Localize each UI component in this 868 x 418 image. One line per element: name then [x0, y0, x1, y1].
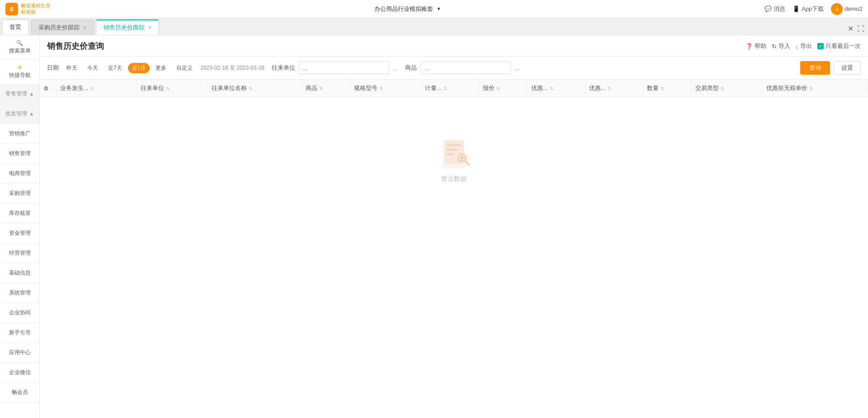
- topbar: 6 畅捷通好生意 标准版 办公用品行业模拟账套 ▼ 💬 消息 📱 App下载 d…: [0, 0, 868, 18]
- sidebar-item-quick-nav[interactable]: ⚡ 快捷导航: [0, 60, 39, 84]
- table-header-biz-date[interactable]: 业务发生... ⇅: [56, 80, 137, 97]
- svg-rect-3: [447, 149, 458, 151]
- user-menu[interactable]: d demo2: [831, 3, 863, 15]
- date-btn-7days[interactable]: 近7天: [104, 63, 126, 73]
- date-filter-group: 日期 昨天 今天 近7天 近1月 更多 自定义 2023-02-18 至 202…: [47, 63, 264, 73]
- table-header-trade-type[interactable]: 交易类型 ⇅: [691, 80, 762, 97]
- sidebar-item-basics[interactable]: 基础信息: [0, 263, 39, 283]
- svg-rect-2: [447, 144, 461, 146]
- table-header-pretax-price[interactable]: 优惠前无税单价 ⇅: [762, 80, 868, 97]
- date-filter-label: 日期: [47, 64, 59, 72]
- close-tab1-button[interactable]: ×: [83, 24, 86, 31]
- page-title: 销售历史价查询: [47, 41, 104, 52]
- sidebar-item-ecommerce[interactable]: 电商管理: [0, 164, 39, 184]
- sidebar-item-search[interactable]: 🔍 搜索菜单: [0, 35, 39, 60]
- help-button[interactable]: ❓ 帮助: [745, 42, 766, 50]
- page-title-row: 销售历史价查询 ❓ 帮助 ↻ 导入 ↓ 导出 ✓: [47, 41, 861, 52]
- sidebar-item-enterprise-collab[interactable]: 企业协同: [0, 303, 39, 323]
- sort-icon-11: ⇅: [721, 86, 724, 91]
- sidebar-item-inventory[interactable]: 库存核算: [0, 204, 39, 223]
- empty-state: 暂元数据: [40, 97, 868, 219]
- page-header: 销售历史价查询 ❓ 帮助 ↻ 导入 ↓ 导出 ✓: [40, 35, 868, 57]
- tabbar: 首页 采购历史价跟踪 × 销售历史价跟踪 × ✕ ⛶: [0, 18, 868, 35]
- logo-area: 6 畅捷通好生意 标准版: [5, 3, 51, 15]
- goods-filter-label: 商品: [405, 64, 417, 72]
- nav-icon: ⚡: [16, 64, 23, 71]
- date-btn-1month[interactable]: 近1月: [128, 63, 150, 73]
- sort-icon-7: ⇅: [496, 86, 500, 91]
- goods-input[interactable]: [420, 62, 511, 74]
- help-icon: ❓: [745, 43, 753, 50]
- table-header-spec[interactable]: 规格型号 ⇅: [350, 80, 421, 97]
- tab-sales-history[interactable]: 销售历史价跟踪 ×: [96, 19, 159, 35]
- date-buttons: 昨天 今天 近7天 近1月 更多 自定义: [62, 63, 197, 73]
- app-download-button[interactable]: 📱 App下载: [793, 5, 824, 13]
- date-btn-yesterday[interactable]: 昨天: [62, 63, 81, 73]
- message-icon: 💬: [764, 5, 772, 12]
- export-button[interactable]: ↓ 导出: [796, 42, 812, 50]
- main-layout: 🔍 搜索菜单 ⚡ 快捷导航 零售管理 ▲ 批发管理 ▲ 营销推广 销售管理 电商…: [0, 35, 868, 418]
- export-icon: ↓: [796, 43, 799, 50]
- query-button[interactable]: 查询: [800, 61, 830, 75]
- date-btn-custom[interactable]: 自定义: [172, 63, 197, 73]
- empty-state-icon: [436, 133, 472, 170]
- table-header-settings[interactable]: ⚙: [40, 80, 56, 97]
- chevron-up-icon-2: ▲: [29, 111, 34, 116]
- sidebar-item-beginner[interactable]: 新手引导: [0, 323, 39, 343]
- sidebar-item-purchase[interactable]: 采购管理: [0, 184, 39, 204]
- import-button[interactable]: ↻ 导入: [772, 42, 790, 50]
- date-btn-today[interactable]: 今天: [83, 63, 102, 73]
- sidebar-item-system[interactable]: 系统管理: [0, 283, 39, 303]
- app-selector[interactable]: 办公用品行业模拟账套 ▼: [374, 5, 441, 13]
- empty-state-text: 暂元数据: [441, 175, 467, 183]
- sidebar-item-marketing[interactable]: 营销推广: [0, 124, 39, 144]
- topbar-right: 💬 消息 📱 App下载 d demo2: [764, 3, 863, 15]
- table-header-discount1[interactable]: 优惠... ⇅: [527, 80, 585, 97]
- svg-point-0: [441, 163, 467, 169]
- sidebar-item-sales[interactable]: 销售管理: [0, 144, 39, 164]
- table-header-qty[interactable]: 数量 ⇅: [643, 80, 691, 97]
- sort-icon-4: ⇅: [319, 86, 323, 91]
- table-header-goods[interactable]: 商品 ⇅: [302, 80, 350, 97]
- sidebar-item-enterprise-wechat[interactable]: 企业微信: [0, 363, 39, 383]
- date-btn-more[interactable]: 更多: [151, 63, 170, 73]
- table-container: ⚙ 业务发生... ⇅ 往来单位 ⇅: [40, 80, 868, 418]
- sidebar-section-wholesale[interactable]: 批发管理 ▲: [0, 104, 39, 124]
- content-area: 销售历史价查询 ❓ 帮助 ↻ 导入 ↓ 导出 ✓: [40, 35, 868, 418]
- goods-filter-group: 商品 ...: [405, 62, 520, 74]
- sidebar-item-vip[interactable]: 畅会员: [0, 383, 39, 403]
- data-table: ⚙ 业务发生... ⇅ 往来单位 ⇅: [40, 80, 868, 97]
- table-header-quote[interactable]: 报价 ⇅: [479, 80, 528, 97]
- table-header-partner-code[interactable]: 往来单位 ⇅: [137, 80, 208, 97]
- partner-filter-group: 往来单位 ...: [272, 62, 398, 74]
- sidebar: 🔍 搜索菜单 ⚡ 快捷导航 零售管理 ▲ 批发管理 ▲ 营销推广 销售管理 电商…: [0, 35, 40, 418]
- table-header-partner-name[interactable]: 往来单位名称 ⇅: [208, 80, 302, 97]
- svg-rect-4: [447, 153, 454, 155]
- sort-icon: ⇅: [90, 86, 94, 91]
- close-all-tabs-button[interactable]: ✕: [848, 24, 854, 33]
- sort-icon-3: ⇅: [249, 86, 252, 91]
- goods-more-icon[interactable]: ...: [514, 64, 520, 71]
- sidebar-item-finance[interactable]: 资金管理: [0, 223, 39, 243]
- dropdown-arrow-icon: ▼: [437, 6, 441, 11]
- sidebar-item-app-center[interactable]: 应用中心: [0, 343, 39, 363]
- sort-icon-12: ⇅: [809, 86, 813, 91]
- partner-input[interactable]: [299, 62, 389, 74]
- date-range-display: 2023-02-18 至 2023-03-18: [200, 64, 264, 72]
- close-tab2-button[interactable]: ×: [148, 24, 151, 31]
- chevron-up-icon: ▲: [29, 91, 34, 96]
- partner-more-icon[interactable]: ...: [393, 64, 398, 71]
- table-header-unit[interactable]: 计量... ⇅: [421, 80, 479, 97]
- only-last-toggle[interactable]: ✓ 只看最后一次: [817, 42, 861, 50]
- tab-purchase-history[interactable]: 采购历史价跟踪 ×: [31, 19, 94, 35]
- tab-home[interactable]: 首页: [2, 19, 29, 35]
- topbar-left: 6 畅捷通好生意 标准版: [5, 3, 51, 15]
- sidebar-item-operations[interactable]: 经营管理: [0, 243, 39, 263]
- settings-button[interactable]: 设置: [834, 61, 861, 75]
- message-button[interactable]: 💬 消息: [764, 5, 785, 13]
- sidebar-section-retail[interactable]: 零售管理 ▲: [0, 84, 39, 104]
- sort-icon-2: ⇅: [166, 86, 170, 91]
- checkbox-checked-icon: ✓: [817, 43, 824, 49]
- maximize-button[interactable]: ⛶: [857, 25, 864, 33]
- table-header-discount2[interactable]: 优惠... ⇅: [585, 80, 643, 97]
